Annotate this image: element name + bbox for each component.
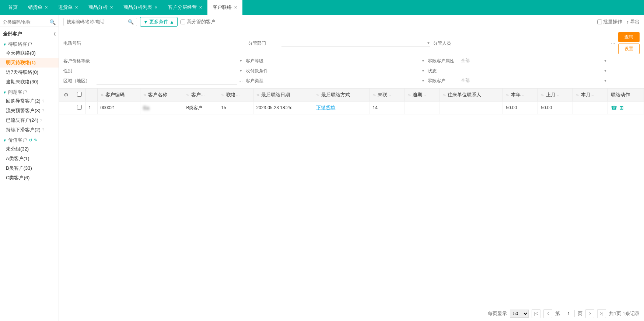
close-customer-contact-icon[interactable]: ✕ xyxy=(234,5,237,10)
filter-manager-input[interactable] xyxy=(466,39,609,47)
export-btn[interactable]: ↑ 导出 xyxy=(627,18,640,25)
cell-last-month: 50.00 xyxy=(538,101,573,114)
set-btn[interactable]: 设置 xyxy=(618,44,640,54)
filter-customer-type: 客户类型 ▼ xyxy=(246,77,425,84)
sidebar-search-input[interactable] xyxy=(3,20,49,25)
sidebar-item-overdue[interactable]: 逾期未联络(30) xyxy=(0,77,59,87)
table-gear-icon[interactable]: ⚙ xyxy=(64,92,69,98)
sidebar-problem-section: ▼ 问题客户 xyxy=(0,87,59,96)
filter-price-level-select[interactable]: ▼ xyxy=(97,58,243,64)
help-icon-2: ? xyxy=(40,118,42,122)
nav-sales-order[interactable]: 销货单 ✕ xyxy=(23,0,53,15)
th-checkbox xyxy=(74,89,85,101)
more-filter-btn[interactable]: ▼ 更多条件 ▲ xyxy=(140,17,178,27)
filter-customer-level-select[interactable]: ▼ xyxy=(279,58,425,64)
per-page-select[interactable]: 50 10 20 100 xyxy=(510,310,529,318)
toolbar-right: 批量操作 ↑ 导出 xyxy=(597,18,640,25)
customer-table: ⚙ ⇅ 客户编码 ⇅ 客户名称 xyxy=(59,89,644,114)
sidebar-item-churned[interactable]: 已流失客户(24) ? xyxy=(0,115,59,125)
sidebar-item-class-b[interactable]: B类客户(33) xyxy=(0,163,59,173)
row-actions: ☎ ⊞ xyxy=(611,105,641,111)
manager-dots-icon[interactable]: ··· xyxy=(611,40,615,46)
close-product-analysis-list-icon[interactable]: ✕ xyxy=(154,5,158,10)
help-icon-1: ? xyxy=(42,108,44,113)
toolbar-search-wrap: 🔍 xyxy=(63,18,137,26)
filter-row-2: 客户价格等级 ▼ 客户等级 ▼ 零散客户属性 全部 xyxy=(63,56,640,65)
table-body: 1 000021 Ea B类客户 15 2023-05-23 18:25: 下销… xyxy=(59,101,644,114)
price-level-arrow: ▼ xyxy=(239,59,243,63)
filter-status: 状态 ▼ xyxy=(428,68,607,74)
pagination-prev-btn[interactable]: < xyxy=(543,309,552,318)
toolbar-search-icon[interactable]: 🔍 xyxy=(128,19,134,25)
pagination-next-btn[interactable]: > xyxy=(585,309,594,318)
nav-customer-segment[interactable]: 客户分层经营 ✕ xyxy=(163,0,207,15)
filter-status-select[interactable]: ▼ xyxy=(461,68,607,74)
action-phone-icon[interactable]: ☎ xyxy=(611,105,617,111)
filter-icon: ▼ xyxy=(143,19,148,25)
sidebar-item-class-a[interactable]: A类客户(1) xyxy=(0,154,59,163)
filter-retail-customer-select[interactable]: 全部 ▼ xyxy=(461,76,607,85)
region-dots-icon[interactable]: ··· xyxy=(238,78,243,84)
query-btn[interactable]: 查询 xyxy=(618,32,640,42)
filter-price-level: 客户价格等级 ▼ xyxy=(63,58,243,64)
sidebar-item-declining[interactable]: 持续下滑客户(2) ? xyxy=(0,125,59,135)
my-customers-checkbox[interactable] xyxy=(181,20,185,24)
filter-payment-select[interactable]: ▼ xyxy=(279,68,425,74)
close-product-analysis-icon[interactable]: ✕ xyxy=(110,5,113,10)
sort-name-icon: ⇅ xyxy=(143,93,146,97)
my-customers-checkbox-wrap: 我分管的客户 xyxy=(181,18,216,25)
cell-this-month xyxy=(573,101,608,114)
content-area: 🔍 ▼ 更多条件 ▲ 我分管的客户 批量操作 ↑ 导出 xyxy=(59,15,644,321)
filter-actions: 查询 设置 xyxy=(618,32,640,54)
cell-last-contact-date: 2023-05-23 18:25: xyxy=(253,101,313,114)
filter-dept-select[interactable]: ▼ xyxy=(281,40,430,46)
filter-phone-input[interactable] xyxy=(97,39,245,47)
sidebar-item-today[interactable]: 今天待联络(0) xyxy=(0,48,59,58)
filter-customer-type-select[interactable]: ▼ xyxy=(279,77,425,84)
sidebar-item-repurchase-anomaly[interactable]: 回购异常客户(2) ? xyxy=(0,96,59,106)
select-all-checkbox[interactable] xyxy=(77,92,82,97)
sidebar-item-churn-warning[interactable]: 流失预警客户(3) ? xyxy=(0,106,59,115)
sidebar-item-class-c[interactable]: C类客户(6) xyxy=(0,173,59,183)
filter-retail-attr-select[interactable]: 全部 ▼ xyxy=(461,56,607,65)
nav-product-analysis-list[interactable]: 商品分析列表 ✕ xyxy=(118,0,163,15)
th-this-year: ⇅ 本年... xyxy=(503,89,538,101)
batch-ops-btn[interactable]: 批量操作 xyxy=(597,18,622,25)
table-header-row: ⚙ ⇅ 客户编码 ⇅ 客户名称 xyxy=(59,89,644,101)
pagination-first-btn[interactable]: |< xyxy=(532,309,540,318)
filter-gender-select[interactable]: ▼ xyxy=(97,68,243,74)
retail-attr-arrow: ▼ xyxy=(603,59,607,63)
page-number-input[interactable] xyxy=(563,310,575,317)
filter-row-4: 区域（地区） ··· 客户类型 ▼ 零散客户 全部 ▼ xyxy=(63,76,640,85)
close-customer-segment-icon[interactable]: ✕ xyxy=(199,5,202,10)
filter-gender: 性别 ▼ xyxy=(63,68,243,74)
pagination-last-btn[interactable]: >| xyxy=(597,309,606,318)
value-refresh-icon[interactable]: ↺ xyxy=(29,138,32,143)
filter-region: 区域（地区） ··· xyxy=(63,77,243,85)
sidebar-search-icon[interactable]: 🔍 xyxy=(49,19,56,25)
nav-home[interactable]: 首页 xyxy=(3,0,23,15)
toolbar-search-input[interactable] xyxy=(67,19,128,24)
value-edit-icon[interactable]: ✎ xyxy=(34,138,38,143)
nav-product-analysis[interactable]: 商品分析 ✕ xyxy=(83,0,118,15)
close-sales-order-icon[interactable]: ✕ xyxy=(45,5,48,10)
payment-arrow: ▼ xyxy=(421,69,425,73)
nav-customer-contact[interactable]: 客户联络 ✕ xyxy=(207,0,242,15)
row-checkbox[interactable] xyxy=(77,105,82,110)
customer-type-arrow: ▼ xyxy=(421,79,425,83)
last-contact-method-link[interactable]: 下销货单 xyxy=(316,105,335,110)
sidebar-item-tomorrow[interactable]: 明天待联络(1) xyxy=(0,58,59,68)
sidebar-item-ungrouped[interactable]: 未分组(32) xyxy=(0,144,59,154)
status-arrow: ▼ xyxy=(603,69,607,73)
nav-purchase-order[interactable]: 进货单 ✕ xyxy=(53,0,83,15)
th-action: 联络动作 xyxy=(608,89,644,101)
close-purchase-order-icon[interactable]: ✕ xyxy=(75,5,78,10)
cell-overdue xyxy=(405,101,440,114)
sidebar-search-wrap: 🔍 xyxy=(0,18,59,27)
action-more-icon[interactable]: ⊞ xyxy=(619,105,624,111)
filter-region-input[interactable] xyxy=(97,77,237,85)
sidebar-all-customers[interactable]: 全部客户 《 xyxy=(0,29,59,39)
retail-customer-arrow: ▼ xyxy=(603,79,607,83)
batch-ops-checkbox[interactable] xyxy=(597,20,602,24)
sidebar-item-7days[interactable]: 近7天待联络(0) xyxy=(0,68,59,77)
